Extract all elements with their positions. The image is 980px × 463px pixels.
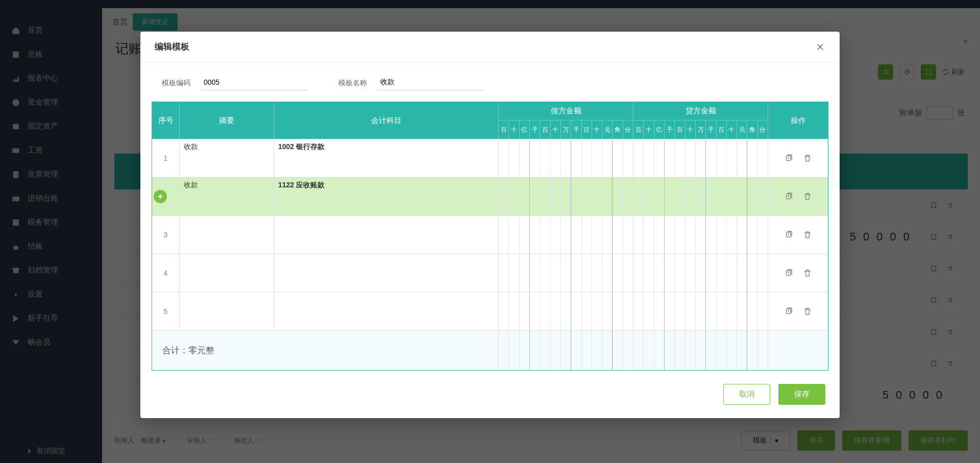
- unit-label: 分: [758, 120, 768, 139]
- unit-label: 角: [747, 120, 757, 139]
- template-name-input[interactable]: [377, 76, 484, 90]
- cell-summary[interactable]: 收款: [180, 139, 274, 177]
- cell-account[interactable]: 1122 应收账款: [274, 178, 499, 215]
- unit-label: 十: [551, 120, 561, 139]
- total-row: 合计：零元整: [152, 330, 828, 370]
- th-account: 会计科目: [274, 102, 499, 139]
- template-table: 序号 摘要 会计科目 借方金额 百十亿千百十万千百十元角分 贷方金额 百十亿千百…: [152, 102, 828, 371]
- copy-icon[interactable]: [785, 192, 794, 201]
- th-credit: 贷方金额 百十亿千百十万千百十元角分: [633, 102, 768, 139]
- modal-close-button[interactable]: [815, 42, 825, 52]
- cell-account[interactable]: [274, 254, 499, 292]
- unit-label: 万: [561, 120, 571, 139]
- unit-label: 亿: [654, 120, 665, 139]
- cancel-button[interactable]: 取消: [723, 384, 770, 405]
- cell-credit[interactable]: [633, 216, 768, 254]
- unit-label: 十: [685, 120, 696, 139]
- edit-template-modal: 编辑模板 模板编码 模板名称 序号 摘要 会计科目 借方金额 百十: [140, 32, 840, 418]
- cell-account[interactable]: [274, 293, 499, 330]
- cell-debit[interactable]: [499, 254, 633, 292]
- cell-seq: +: [152, 178, 180, 215]
- unit-label: 百: [633, 120, 644, 139]
- cell-credit[interactable]: [633, 254, 768, 292]
- template-name-label: 模板名称: [338, 79, 367, 88]
- cell-seq: 4: [152, 254, 180, 292]
- cell-account[interactable]: [274, 216, 499, 254]
- unit-label: 百: [499, 120, 509, 139]
- unit-label: 百: [582, 120, 592, 139]
- cell-summary[interactable]: [180, 216, 274, 254]
- table-row[interactable]: +收款1122 应收账款: [152, 177, 828, 215]
- th-summary: 摘要: [180, 102, 274, 139]
- cell-seq: 1: [152, 139, 180, 177]
- unit-label: 百: [540, 120, 550, 139]
- cell-op: [768, 139, 828, 177]
- cell-debit[interactable]: [499, 139, 633, 177]
- template-code-label: 模板编码: [162, 79, 190, 88]
- delete-icon[interactable]: [803, 230, 812, 239]
- unit-label: 十: [509, 120, 519, 139]
- cell-op: [768, 216, 828, 254]
- copy-icon[interactable]: [785, 230, 794, 239]
- unit-label: 百: [675, 120, 685, 139]
- modal-overlay: 编辑模板 模板编码 模板名称 序号 摘要 会计科目 借方金额 百十: [0, 0, 980, 463]
- unit-label: 千: [706, 120, 716, 139]
- delete-icon[interactable]: [803, 154, 812, 163]
- cell-op: [768, 254, 828, 292]
- unit-label: 千: [530, 120, 540, 139]
- unit-label: 百: [717, 120, 727, 139]
- delete-icon[interactable]: [803, 307, 812, 316]
- save-button[interactable]: 保存: [778, 384, 825, 405]
- close-icon: [816, 42, 825, 52]
- cell-op: [768, 178, 828, 215]
- table-row[interactable]: 5: [152, 292, 828, 330]
- cell-summary[interactable]: [180, 293, 274, 330]
- cell-credit[interactable]: [633, 139, 768, 177]
- unit-label: 分: [623, 120, 633, 139]
- unit-label: 万: [696, 120, 706, 139]
- unit-label: 十: [592, 120, 602, 139]
- th-seq: 序号: [152, 102, 180, 139]
- table-row[interactable]: 3: [152, 215, 828, 254]
- unit-label: 亿: [520, 120, 530, 139]
- cell-debit[interactable]: [499, 216, 633, 254]
- delete-icon[interactable]: [803, 192, 812, 201]
- delete-icon[interactable]: [803, 269, 812, 278]
- copy-icon[interactable]: [785, 269, 794, 278]
- template-code-input[interactable]: [201, 76, 308, 90]
- add-row-button[interactable]: +: [154, 190, 167, 203]
- modal-title: 编辑模板: [155, 41, 189, 53]
- unit-label: 千: [571, 120, 581, 139]
- unit-label: 十: [727, 120, 737, 139]
- cell-account[interactable]: 1002 银行存款: [274, 139, 499, 177]
- cell-summary[interactable]: [180, 254, 274, 292]
- unit-label: 十: [644, 120, 654, 139]
- cell-summary[interactable]: 收款: [180, 178, 274, 215]
- cell-debit[interactable]: [499, 293, 633, 330]
- unit-label: 元: [602, 120, 612, 139]
- table-row[interactable]: 1收款1002 银行存款: [152, 139, 828, 177]
- cell-op: [768, 293, 828, 330]
- unit-label: 角: [612, 120, 623, 139]
- copy-icon[interactable]: [785, 307, 794, 316]
- th-debit: 借方金额 百十亿千百十万千百十元角分: [499, 102, 633, 139]
- unit-label: 千: [665, 120, 675, 139]
- cell-credit[interactable]: [633, 293, 768, 330]
- cell-seq: 3: [152, 216, 180, 254]
- unit-label: 元: [737, 120, 747, 139]
- copy-icon[interactable]: [785, 154, 794, 163]
- table-row[interactable]: 4: [152, 254, 828, 292]
- cell-credit[interactable]: [633, 178, 768, 215]
- cell-seq: 5: [152, 293, 180, 330]
- cell-debit[interactable]: [499, 178, 633, 215]
- th-op: 操作: [768, 102, 828, 139]
